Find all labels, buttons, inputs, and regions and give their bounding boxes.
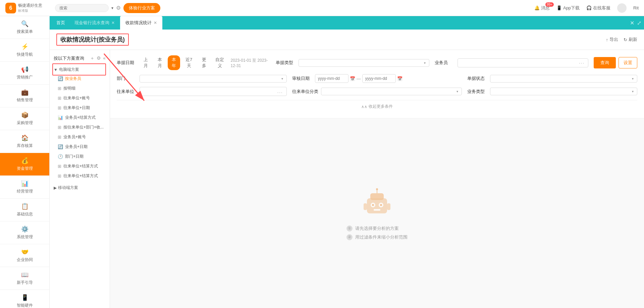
sidebar-item-finance[interactable]: 💰 资金管理 [0,153,49,176]
more-options-icon[interactable]: ··· [579,60,585,65]
online-service-btn[interactable]: 🎧 在线客服 [586,5,610,11]
salesman-dropdown[interactable]: ··· [458,58,588,67]
right-content: 单据日期 上月 本月 本年 近7天 更多 自定义 2023-01-01 至 20… [110,50,644,308]
headset-icon: 🎧 [586,5,592,10]
tip-num-2: ② [346,234,353,240]
nav-dropdown-icon[interactable]: ▾ [111,6,113,10]
trial-btn[interactable]: 体验行业方案 [123,3,160,13]
section-arrow-icon: ▼ [54,67,58,72]
handshake-icon: 🤝 [21,248,29,256]
tab2-close-icon[interactable]: ✕ [154,20,157,25]
partner-dropdown[interactable]: ... [140,87,287,96]
settings-gear-icon[interactable]: ⚙ [116,5,121,11]
btn-more-dates[interactable]: 更多 [198,55,210,70]
gear-icon: ⚙️ [21,225,29,233]
app-download-btn[interactable]: 📱 App下载 [556,5,580,11]
scheme-item-salesman-account[interactable]: ⊞ 业务员+账号 [50,132,110,142]
top-search-input[interactable] [55,4,109,12]
query-btn[interactable]: 查询 [594,57,616,68]
partner-category-dropdown[interactable]: ▾ [321,88,462,95]
download-icon: 📱 [556,5,562,10]
desktop-scheme-section: ▼ 电脑端方案 🔄 按业务员 ⊞ 按明细 ⊞ 往来单位+账号 [50,64,110,182]
refresh-btn[interactable]: ↻ 刷新 [624,37,637,43]
scheme-item-by-salesman[interactable]: 🔄 按业务员 [50,74,110,84]
sidebar-item-basic[interactable]: 📋 基础信息 [0,199,49,221]
svg-rect-10 [387,203,390,210]
scheme-item-partner-date[interactable]: ⊞ 往来单位+日期 [50,103,110,113]
book-icon: 📖 [21,271,29,278]
sidebar-item-inventory[interactable]: 🏠 库存核算 [0,130,49,153]
scheme-settings-icon[interactable]: ⚙ [97,55,101,61]
scheme-item-partner-settlement1[interactable]: ⊞ 往来单位+结算方式 [50,161,110,171]
partner-cat-arrow: ▾ [457,90,458,93]
doc-status-dropdown[interactable]: ▾ [490,75,637,83]
svg-point-8 [376,188,378,190]
form-item-doc-status: 单据状态 ▾ [467,75,637,83]
btn-last-month[interactable]: 上月 [140,55,152,70]
sidebar-item-marketing[interactable]: 📢 营销推广 [0,62,49,85]
scheme-collapse-icon[interactable]: « [103,55,106,61]
scheme-item-partner-account[interactable]: ⊞ 往来单位+账号 [50,93,110,103]
sidebar-item-collab[interactable]: 🤝 企业协同 [0,244,49,267]
calendar-icon1[interactable]: 📅 [350,76,355,81]
calendar-icon2[interactable]: 📅 [397,76,402,81]
date-quick-btns: 上月 本月 本年 近7天 更多 自定义 2023-01-01 至 2023-12… [140,55,270,70]
doc-type-dropdown[interactable]: ▾ [299,59,429,67]
page-actions: ↑ 导出 ↻ 刷新 [606,37,638,43]
export-btn[interactable]: ↑ 导出 [606,37,619,43]
dept-label: 部门 [117,75,137,82]
user-name[interactable]: Rit [633,5,639,10]
sidebar-item-search[interactable]: 🔍 搜索菜单 [0,16,49,39]
scheme-item-salesman-date[interactable]: 🔄 业务员+日期 [50,142,110,152]
user-avatar[interactable] [617,3,627,13]
btn-last-7-days[interactable]: 近7天 [181,55,196,70]
scheme-item-partner-settlement2[interactable]: ⊞ 往来单位+结算方式 [50,171,110,181]
tab-home[interactable]: 首页 [52,20,69,26]
scheme-item-detail[interactable]: ⊞ 按明细 [50,84,110,93]
sidebar-item-purchase[interactable]: 📦 采购管理 [0,107,49,130]
scheme-item-by-partner-dept[interactable]: ⊞ 按往来单位+部门+收... [50,122,110,132]
scheme-item-dept-date[interactable]: 🕐 部门+日期 [50,152,110,161]
dept-dropdown[interactable]: ▾ [140,75,287,83]
form-item-partner-category: 往来单位分类 ▾ [292,88,462,95]
desktop-section-title[interactable]: ▼ 电脑端方案 [50,65,110,74]
partner-more-icon[interactable]: ... [277,89,283,94]
sidebar-item-system[interactable]: ⚙️ 系统管理 [0,221,49,244]
window-close-icon[interactable]: ✕ [630,20,634,26]
sidebar-item-sales[interactable]: 💼 销售管理 [0,85,49,107]
btn-custom-date[interactable]: 自定义 [212,55,228,70]
tab-bank-flow[interactable]: 现金银行流水查询 ✕ [69,16,120,30]
grid-icon6: ⊞ [58,164,61,169]
messages-btn[interactable]: 🔔 消息 99+ [534,5,550,11]
empty-tips: ① 请先选择要分析的方案 ② 用过滤条件来缩小分析范围 [346,225,408,240]
business-type-dropdown[interactable]: ▾ [490,88,637,95]
form-actions: 查询 设置 [594,57,637,68]
grid-icon5: ⊞ [58,135,61,140]
tab1-close-icon[interactable]: ✕ [111,20,115,25]
sidebar-item-quicknav[interactable]: ⚡ 快捷导航 [0,39,49,62]
sidebar-item-operations[interactable]: 📊 经营管理 [0,176,49,199]
add-scheme-icon[interactable]: ＋ [90,55,95,61]
window-maximize-icon[interactable]: ⤢ [637,20,641,26]
mobile-section-title[interactable]: ▶ 移动端方案 [50,184,110,192]
review-date-end[interactable] [362,74,396,83]
btn-this-month[interactable]: 本月 [154,55,166,70]
tab-collection-stats[interactable]: 收款情况统计 ✕ [120,16,162,30]
setting-btn[interactable]: 设置 [619,57,637,68]
collapse-section[interactable]: ∧∧ 收起更多条件 [117,100,637,113]
search-icon: 🔍 [21,20,29,28]
box-icon: 📦 [21,111,29,119]
review-date-start[interactable] [315,74,348,83]
scheme-item-salesman-settlement[interactable]: 📊 业务员+结算方式 [50,113,110,122]
flash-icon: ⚡ [21,43,29,50]
form-item-partner: 往来单位 ... [117,87,287,96]
svg-rect-6 [374,209,380,211]
svg-rect-1 [370,193,384,200]
sidebar-item-newbie[interactable]: 📖 新手引导 [0,267,49,290]
date-range-text: 2023-01-01 至 2023-12-31 [231,58,270,68]
form-row-dept: 部门 ▾ 审核日期 📅 — [117,74,637,83]
btn-this-year[interactable]: 本年 [168,55,180,70]
logo-badge: 标准版 [18,8,42,13]
sidebar-item-hardware[interactable]: 📱 智能硬件 [0,290,49,308]
business-type-arrow: ▾ [632,90,634,93]
